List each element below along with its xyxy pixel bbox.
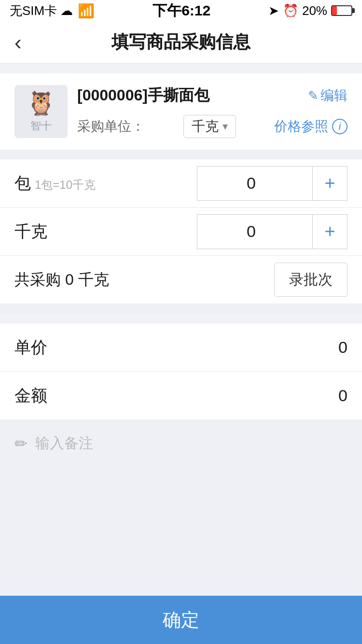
product-card: 🦉 智十 [0000006]手撕面包 ✎ 编辑 采购单位： 千克 ▾ 价格参照 … [0, 73, 362, 150]
edit-icon: ✎ [308, 88, 319, 103]
amount-value: 0 [338, 386, 348, 405]
unit-price-row: 单价 0 [0, 323, 362, 372]
chevron-down-icon: ▾ [223, 120, 228, 133]
edit-button[interactable]: ✎ 编辑 [308, 86, 348, 105]
kg-label: 千克 [14, 221, 197, 243]
bag-input-row: 包1包=10千克 + [0, 159, 362, 208]
nav-header: ‹ 填写商品采购信息 [0, 21, 362, 64]
status-bar: 无SIM卡 ☁ 📶 下午6:12 ➤ ⏰ 20% [0, 0, 362, 21]
bag-input-wrapper: + [197, 166, 348, 201]
product-unit-row: 采购单位： 千克 ▾ 价格参照 i [77, 115, 348, 138]
product-thumb-icon: 🦉 [27, 90, 56, 117]
product-name-row: [0000006]手撕面包 ✎ 编辑 [77, 85, 348, 106]
input-section: 包1包=10千克 + 千克 + 共采购 0 千克 录批次 [0, 159, 362, 304]
kg-quantity-input[interactable] [197, 214, 313, 249]
product-info: [0000006]手撕面包 ✎ 编辑 采购单位： 千克 ▾ 价格参照 i [77, 85, 348, 138]
status-left: 无SIM卡 ☁ 📶 [10, 2, 95, 19]
product-name: [0000006]手撕面包 [77, 85, 209, 106]
pencil-icon: ✏ [14, 434, 28, 453]
status-right: ➤ ⏰ 20% [268, 3, 352, 18]
price-ref-button[interactable]: 价格参照 i [274, 117, 348, 136]
price-section: 单价 0 金额 0 [0, 323, 362, 420]
note-section[interactable]: ✏ 输入备注 [0, 420, 362, 467]
amount-label: 金额 [14, 385, 338, 407]
summary-text: 共采购 0 千克 [14, 269, 274, 291]
divider-band-2 [0, 304, 362, 314]
unit-price-value: 0 [338, 338, 348, 357]
kg-input-wrapper: + [197, 214, 348, 249]
note-placeholder: 输入备注 [35, 434, 93, 453]
bag-label: 包1包=10千克 [14, 172, 197, 195]
product-thumb-label: 智十 [30, 119, 52, 133]
batch-button[interactable]: 录批次 [274, 263, 348, 297]
price-ref-label: 价格参照 [274, 117, 328, 136]
wifi-icon: 📶 [78, 3, 95, 19]
unit-label: 采购单位： [77, 117, 145, 136]
battery-percent: 20% [302, 3, 327, 18]
battery-fill [332, 6, 337, 15]
confirm-button[interactable]: 确定 [0, 596, 362, 644]
unit-price-label: 单价 [14, 336, 338, 359]
alarm-icon: ⏰ [283, 3, 298, 18]
info-icon: i [332, 119, 348, 134]
bag-sublabel: 1包=10千克 [35, 178, 96, 191]
content-fill-area [0, 467, 362, 602]
amount-row: 金额 0 [0, 372, 362, 420]
status-time: 下午6:12 [153, 1, 210, 21]
battery-icon [331, 5, 352, 16]
back-button[interactable]: ‹ [14, 30, 22, 55]
bag-plus-button[interactable]: + [313, 166, 348, 201]
edit-label: 编辑 [320, 86, 348, 105]
product-thumbnail: 🦉 智十 [14, 85, 68, 138]
kg-input-row: 千克 + [0, 208, 362, 256]
sim-label: 无SIM卡 ☁ [10, 2, 73, 19]
divider-band [0, 150, 362, 159]
summary-row: 共采购 0 千克 录批次 [0, 256, 362, 304]
bag-quantity-input[interactable] [197, 166, 313, 201]
unit-value: 千克 [192, 117, 219, 136]
unit-select-dropdown[interactable]: 千克 ▾ [183, 115, 236, 138]
page-title: 填写商品采购信息 [111, 30, 251, 54]
location-icon: ➤ [268, 3, 279, 18]
kg-plus-button[interactable]: + [313, 214, 348, 249]
